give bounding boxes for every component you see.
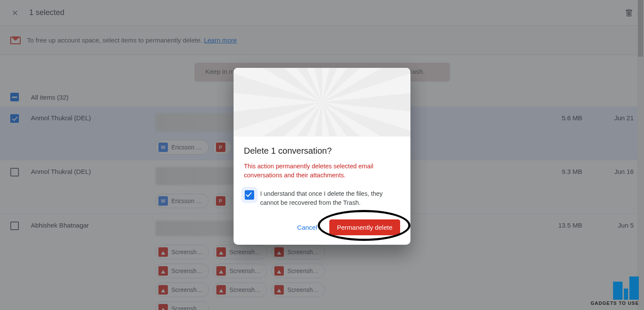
permanently-delete-button[interactable]: Permanently delete bbox=[329, 219, 400, 235]
dialog-actions: Cancel Permanently delete bbox=[244, 219, 400, 235]
dialog-warning: This action permanently deletes selected… bbox=[244, 162, 400, 180]
modal-overlay: Delete 1 conversation? This action perma… bbox=[0, 0, 644, 310]
cancel-button[interactable]: Cancel bbox=[295, 220, 320, 234]
dialog-illustration bbox=[234, 68, 410, 137]
acknowledge-row[interactable]: I understand that once I delete the file… bbox=[244, 188, 400, 210]
acknowledge-checkbox[interactable] bbox=[245, 190, 254, 200]
watermark-logo-icon bbox=[613, 277, 639, 300]
delete-confirm-dialog: Delete 1 conversation? This action perma… bbox=[234, 68, 410, 245]
app-root: 1 selected To free up account space, sel… bbox=[0, 0, 644, 310]
watermark-text: GADGETS TO USE bbox=[591, 301, 639, 306]
dialog-title: Delete 1 conversation? bbox=[244, 146, 400, 156]
watermark: GADGETS TO USE bbox=[591, 277, 639, 306]
acknowledge-text: I understand that once I delete the file… bbox=[260, 189, 400, 207]
